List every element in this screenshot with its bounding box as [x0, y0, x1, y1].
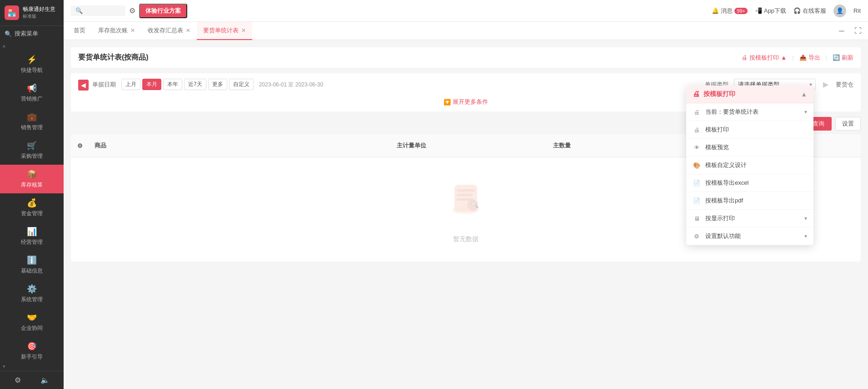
app-logo-icon: 🏪 [5, 5, 19, 20]
sound-icon[interactable]: 🔈 [40, 376, 50, 384]
tab-close-batch-account[interactable]: ✕ [130, 27, 135, 34]
export-button[interactable]: 📤 导出 [799, 54, 820, 62]
date-current-year[interactable]: 本年 [163, 79, 182, 90]
user-avatar[interactable]: 👤 [833, 5, 846, 17]
refresh-button[interactable]: 🔄 刷新 [833, 54, 853, 62]
sidebar-item-label: 新手引导 [21, 353, 43, 361]
tab-close-order-stats[interactable]: ✕ [241, 27, 246, 34]
dropdown-current-template[interactable]: 🖨 当前：要货单统计表 ▾ [686, 103, 813, 121]
export-pdf-icon: 📄 [693, 197, 701, 204]
tab-order-stats[interactable]: 要货单统计表 ✕ [197, 22, 252, 40]
online-service-button[interactable]: 🎧 在线客服 [793, 7, 826, 15]
sidebar-scroll-up[interactable]: ▲ [0, 41, 64, 50]
tab-bar: 首页 库存批次账 ✕ 收发存汇总表 ✕ 要货单统计表 ✕ ─ ⛶ [64, 22, 868, 40]
tabs-minimize-button[interactable]: ─ [835, 25, 848, 37]
empty-illustration: 🔍 [443, 176, 489, 230]
col-check[interactable]: ⚙ [71, 139, 89, 153]
sidebar-bottom: ⚙ 🔈 [0, 371, 64, 389]
tab-close-receipt-summary[interactable]: ✕ [186, 27, 190, 34]
dropdown-template-print[interactable]: 🖨 模板打印 [686, 121, 813, 139]
marketing-icon: 📢 [27, 83, 37, 93]
default-func-chevron: ▾ [804, 233, 807, 239]
basic-info-icon: ℹ️ [27, 255, 37, 265]
sidebar-item-system[interactable]: ⚙️ 系统管理 [0, 279, 64, 308]
purchase-icon: 🛒 [27, 141, 37, 151]
dropdown-export-pdf[interactable]: 📄 按模板导出pdf [686, 192, 813, 210]
print-dropdown-menu: 🖨 按模板打印 ▲ 🖨 当前：要货单统计表 ▾ 🖨 模板打印 👁 [686, 86, 813, 245]
app-name: 畅康通好生意 [23, 6, 55, 13]
display-print-icon: 🖥 [693, 215, 701, 222]
sidebar-item-finance[interactable]: 💰 资金管理 [0, 193, 64, 222]
quick-nav-icon: ⚡ [27, 55, 37, 65]
date-more[interactable]: 更多 [208, 79, 227, 90]
refresh-icon: 🔄 [833, 54, 840, 61]
messages-button[interactable]: 🔔 消息 99+ [712, 7, 748, 15]
sidebar-item-label: 快捷导航 [21, 66, 43, 74]
app-download-button[interactable]: 📲 App下载 [755, 7, 786, 15]
sidebar-item-purchase[interactable]: 🛒 采购管理 [0, 136, 64, 165]
page-header: 要货单统计表(按商品) 🖨 按模板打印 ▲ | 📤 导出 | 🔄 刷新 [71, 47, 861, 68]
date-prev-month[interactable]: 上月 [121, 79, 140, 90]
sidebar: 🏪 畅康通好生意 标准版 🔍 搜索菜单 ▲ ⚡ 快捷导航 📢 营销推广 💼 销售… [0, 0, 64, 389]
settings-button[interactable]: 设置 [835, 117, 861, 131]
sidebar-item-operations[interactable]: 📊 经营管理 [0, 222, 64, 251]
sidebar-item-quick-nav[interactable]: ⚡ 快捷导航 [0, 50, 64, 79]
date-range-display: 2023-06-01 至 2023-06-30 [259, 81, 323, 89]
sidebar-scroll-down[interactable]: ▼ [0, 362, 64, 371]
export-icon: 📤 [799, 54, 807, 61]
sidebar-item-enterprise[interactable]: 🤝 企业协同 [0, 308, 64, 337]
sidebar-item-basic-info[interactable]: ℹ️ 基础信息 [0, 251, 64, 279]
sales-icon: 💼 [27, 112, 37, 122]
sidebar-item-label: 库存核算 [21, 181, 43, 189]
dropdown-collapse-icon[interactable]: ▲ [801, 91, 807, 98]
top-search-box[interactable]: 🔍 [71, 5, 125, 16]
guide-icon: 🎯 [27, 341, 37, 351]
empty-state: 🔍 暂无数据 [425, 157, 507, 262]
svg-text:🔍: 🔍 [471, 201, 479, 209]
expand-icon: 🔽 [444, 99, 451, 106]
dropdown-export-excel[interactable]: 📄 按模板导出excel [686, 174, 813, 192]
settings-col-icon: ⚙ [77, 142, 83, 149]
search-icon: 🔍 [5, 30, 12, 37]
date-custom[interactable]: 自定义 [229, 79, 254, 90]
export-excel-icon: 📄 [693, 180, 701, 187]
topbar-gear-icon[interactable]: ⚙ [129, 6, 135, 15]
bell-icon: 🔔 [712, 7, 719, 14]
dropdown-template-preview[interactable]: 👁 模板预览 [686, 139, 813, 157]
svg-rect-2 [457, 189, 475, 192]
dropdown-display-print[interactable]: 🖥 按显示打印 ▾ [686, 210, 813, 227]
download-icon: 📲 [755, 7, 762, 14]
dropdown-header: 🖨 按模板打印 ▲ [686, 86, 813, 103]
filter-collapse-button[interactable]: ◀ [78, 80, 89, 91]
tab-receipt-summary[interactable]: 收发存汇总表 ✕ [141, 22, 197, 40]
sidebar-item-label: 企业协同 [21, 324, 43, 332]
date-filter-label: 单据日期 [92, 81, 116, 89]
tab-home[interactable]: 首页 [67, 22, 92, 40]
empty-text: 暂无数据 [453, 235, 479, 243]
template-print-icon: 🖨 [693, 126, 701, 133]
dropdown-template-design[interactable]: 🎨 模板自定义设计 [686, 157, 813, 174]
headset-icon: 🎧 [793, 7, 801, 14]
sidebar-item-inventory[interactable]: 📦 库存核算 [0, 165, 64, 193]
print-button[interactable]: 🖨 按模板打印 ▲ [742, 54, 787, 62]
sidebar-search[interactable]: 🔍 搜索菜单 [0, 26, 64, 41]
sidebar-item-marketing[interactable]: 📢 营销推广 [0, 79, 64, 107]
trial-button[interactable]: 体验行业方案 [139, 4, 187, 18]
sidebar-item-label: 系统管理 [21, 296, 43, 303]
expand-conditions-button[interactable]: 🔽 展开更多条件 [444, 98, 488, 106]
main-content: 🔍 ⚙ 体验行业方案 🔔 消息 99+ 📲 App下载 🎧 在线客服 👤 [64, 0, 868, 389]
tab-batch-account[interactable]: 库存批次账 ✕ [92, 22, 141, 40]
sidebar-item-guide[interactable]: 🎯 新手引导 [0, 337, 64, 362]
settings-bottom-icon[interactable]: ⚙ [15, 376, 21, 384]
page-content: 要货单统计表(按商品) 🖨 按模板打印 ▲ | 📤 导出 | 🔄 刷新 [64, 40, 868, 389]
sidebar-item-sales[interactable]: 💼 销售管理 [0, 107, 64, 136]
date-last7[interactable]: 近7天 [184, 79, 206, 90]
date-buttons: 上月 本月 本年 近7天 更多 自定义 [121, 79, 254, 90]
goods-filter-label: 要货仓 [836, 81, 853, 89]
date-current-month[interactable]: 本月 [142, 79, 161, 90]
default-func-icon: ⚙ [693, 233, 701, 240]
tabs-maximize-button[interactable]: ⛶ [852, 25, 864, 37]
current-template-icon: 🖨 [693, 109, 701, 116]
dropdown-default-function[interactable]: ⚙ 设置默认功能 ▾ [686, 227, 813, 245]
current-template-chevron: ▾ [804, 109, 807, 115]
